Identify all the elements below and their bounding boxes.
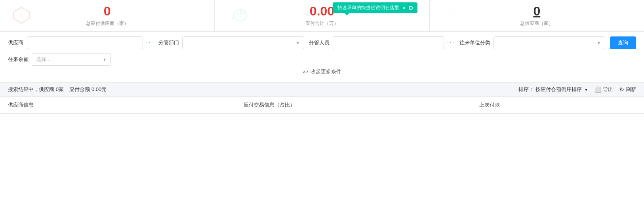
export-label: 导出 — [603, 86, 613, 93]
svg-rect-5 — [445, 12, 457, 23]
stat-payable-total: 0.00 应付合计（万） 快速录单的快捷键说明在这里 × — [215, 0, 429, 31]
unit-category-dropdown[interactable]: ▼ — [493, 36, 605, 49]
unit-category-chevron-icon: ▼ — [597, 41, 601, 45]
table-col-last-payment: 上次付款 — [479, 101, 636, 109]
person-input[interactable] — [333, 36, 444, 49]
balance-label: 往来余额 — [8, 56, 29, 63]
filter-unit-category: 往来单位分类 ▼ — [459, 36, 605, 49]
amount-value: 0.00元 — [91, 86, 107, 92]
stat-label-payable-total: 应付合计（万） — [305, 20, 339, 27]
stats-bar: ◇ 0 总应付供应商（家） 0.00 应付合计（万） 快速录单的快捷键说明在这里… — [0, 0, 644, 32]
filter-section: 供应商 ··· 分管部门 ▼ 分管人员 ··· 往来单位分类 ▼ — [0, 32, 644, 83]
supplier-input[interactable] — [27, 36, 143, 49]
svg-rect-8 — [452, 15, 453, 17]
collapse-up-icon: ∧∧ — [303, 69, 309, 74]
filter-supplier: 供应商 ··· — [8, 36, 154, 49]
department-label: 分管部门 — [158, 39, 179, 46]
table-col-transaction-info: 应付交易信息（占比） — [244, 101, 479, 109]
tooltip-dot — [409, 6, 413, 10]
tooltip-close-btn[interactable]: × — [402, 5, 406, 11]
result-actions: 排序： 按应付会额倒序排序 ▼ ⬜ 导出 ↻ 刷新 — [518, 86, 636, 93]
result-info: 搜索结果中，供应商 0家 应付金额 0.00元 — [8, 86, 107, 93]
svg-rect-7 — [448, 15, 450, 17]
department-chevron-icon: ▼ — [296, 41, 300, 45]
sort-select[interactable]: 排序： 按应付会额倒序排序 ▼ — [518, 86, 588, 93]
sort-chevron-icon: ▼ — [584, 88, 588, 92]
table-col-supplier-info: 供应商信息 — [8, 101, 244, 109]
balance-dropdown[interactable]: 选择... ▼ — [32, 53, 111, 66]
stat-number-payable-suppliers: 0 — [104, 4, 111, 18]
query-button[interactable]: 查询 — [610, 36, 636, 49]
refresh-label: 刷新 — [626, 86, 636, 93]
tooltip-bubble: 快速录单的快捷键说明在这里 × — [333, 2, 417, 13]
refresh-btn[interactable]: ↻ 刷新 — [619, 86, 636, 93]
department-dropdown[interactable]: ▼ — [182, 36, 304, 49]
svg-point-4 — [237, 13, 238, 14]
filter-balance: 往来余额 选择... ▼ — [8, 53, 127, 66]
sort-prefix: 排序： — [518, 86, 534, 93]
supplier-dots-btn[interactable]: ··· — [146, 39, 154, 46]
stat-icon-diamond: ◇ — [12, 6, 31, 26]
stat-number-total-suppliers: 0 — [533, 4, 540, 18]
balance-placeholder: 选择... — [36, 56, 101, 63]
filter-person: 分管人员 ··· — [309, 36, 455, 49]
stat-icon-building — [442, 6, 461, 26]
filter-row-1: 供应商 ··· 分管部门 ▼ 分管人员 ··· 往来单位分类 ▼ — [8, 36, 636, 49]
svg-text:◇: ◇ — [19, 12, 23, 18]
person-dots-btn[interactable]: ··· — [447, 39, 455, 46]
tooltip-text: 快速录单的快捷键说明在这里 — [337, 4, 399, 11]
stat-label-total-suppliers: 总供应商（家） — [520, 20, 553, 27]
stat-number-payable-total: 0.00 — [310, 4, 334, 18]
filter-row-2: 往来余额 选择... ▼ — [8, 53, 636, 66]
supplier-label: 供应商 — [8, 39, 24, 46]
svg-rect-6 — [447, 9, 455, 12]
stat-total-suppliers: 0 总供应商（家） — [430, 0, 644, 31]
table-header: 供应商信息 应付交易信息（占比） 上次付款 — [0, 97, 644, 114]
supplier-count: 0家 — [56, 86, 64, 92]
unit-category-label: 往来单位分类 — [459, 39, 490, 46]
balance-chevron-icon: ▼ — [103, 57, 107, 62]
result-bar: 搜索结果中，供应商 0家 应付金额 0.00元 排序： 按应付会额倒序排序 ▼ … — [0, 83, 644, 97]
search-result-prefix: 搜索结果中，供应商 — [8, 86, 54, 92]
collapse-label: 收起更多条件 — [311, 68, 341, 75]
person-label: 分管人员 — [309, 39, 330, 46]
export-icon: ⬜ — [594, 86, 601, 93]
export-btn[interactable]: ⬜ 导出 — [594, 86, 613, 93]
svg-point-3 — [240, 10, 245, 14]
stat-total-payable-suppliers: ◇ 0 总应付供应商（家） — [0, 0, 215, 31]
refresh-icon: ↻ — [619, 86, 624, 93]
amount-prefix: 应付金额 — [69, 86, 90, 92]
sort-label: 按应付会额倒序排序 — [535, 86, 582, 93]
stat-label-payable-suppliers: 总应付供应商（家） — [86, 20, 129, 27]
stat-icon-pig — [231, 6, 250, 26]
collapse-btn[interactable]: ∧∧ 收起更多条件 — [8, 66, 636, 78]
filter-department: 分管部门 ▼ — [158, 36, 304, 49]
table-body — [0, 114, 644, 204]
